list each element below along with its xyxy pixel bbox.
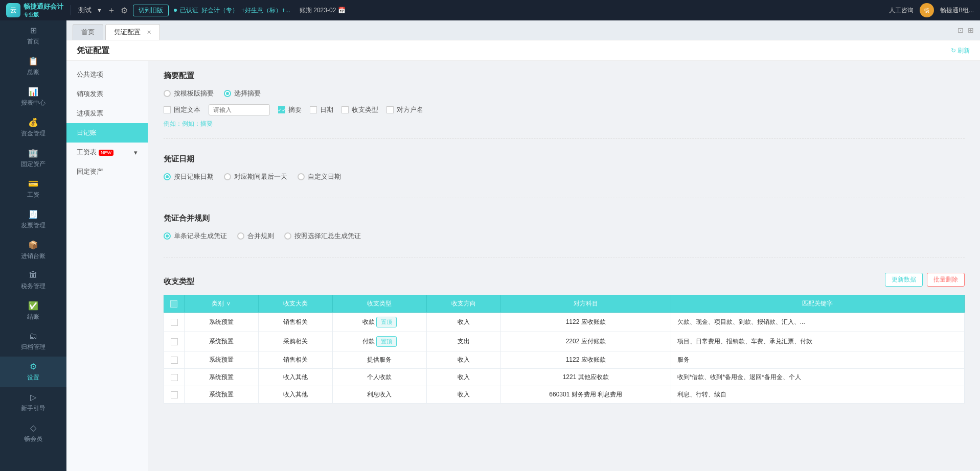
radio-custom-date[interactable]: 自定义日期 — [298, 172, 341, 181]
row-main-type: 销售相关 — [259, 351, 333, 369]
nav-item-sales-invoice[interactable]: 销项发票 — [66, 84, 148, 104]
batch-delete-button[interactable]: 批量删除 — [927, 273, 965, 287]
switch-version-button[interactable]: 切到旧版 — [133, 5, 169, 16]
row-direction: 收入 — [426, 313, 500, 332]
row-sub-type: 利息收入 — [333, 386, 426, 404]
pin-top-button[interactable]: 置顶 — [376, 336, 397, 347]
row-account: 1122 应收账款 — [500, 351, 671, 369]
select-all-checkbox[interactable] — [170, 300, 177, 308]
row-keywords: 欠款、现金、项目款、到款、报销款、汇入、... — [671, 313, 964, 332]
sidebar-item-archive[interactable]: 🗂 归档管理 — [0, 326, 66, 357]
nav-item-fixed-assets-sub[interactable]: 固定资产 — [66, 162, 148, 181]
sidebar-item-purchase[interactable]: 📦 进销台账 — [0, 235, 66, 266]
summary-radio-group: 按模板版摘要 选择摘要 — [164, 89, 965, 98]
update-data-button[interactable]: 更新数据 — [885, 273, 923, 287]
tab-home-label: 首页 — [81, 28, 95, 36]
radio-journal-date[interactable]: 按日记账日期 — [164, 172, 214, 181]
table-row: 系统预置 销售相关 收款 置顶 收入 1122 应收账款 欠款、现金、项目款、到… — [164, 313, 965, 332]
radio-summary-generate[interactable]: 按照选择汇总生成凭证 — [284, 231, 361, 241]
sidebar-item-settings[interactable]: ⚙ 设置 — [0, 357, 66, 387]
nav-item-journal[interactable]: 日记账 — [66, 123, 148, 143]
radio-merge-rule[interactable]: 合并规则 — [237, 231, 274, 241]
row-checkbox[interactable] — [164, 386, 185, 404]
table-header-row: 类别 ∨ 收支大类 收支类型 收支方向 对方科目 匹配关键字 — [164, 295, 965, 313]
good-business-label: +好生意（标）+... — [241, 6, 290, 15]
good-accounting-label: 好会计（专） — [201, 6, 238, 15]
merge-rules-radio-group: 单条记录生成凭证 合并规则 按照选择汇总生成凭证 — [164, 231, 965, 241]
left-nav: 公共选项 销项发票 进项发票 日记账 工资表NEW ▾ 固定资产 — [66, 61, 148, 471]
minimize-button[interactable]: ⊡ — [958, 26, 964, 34]
checkbox-income-type[interactable]: 收支类型 — [341, 105, 378, 114]
consult-label[interactable]: 人工咨询 — [889, 6, 914, 15]
close-tab-icon[interactable]: ✕ — [147, 29, 151, 35]
income-expense-section: 收支类型 更新数据 批量删除 类别 ∨ — [164, 273, 965, 404]
topbar-gear-icon[interactable]: ⚙ — [121, 6, 128, 15]
voucher-date-radio-group: 按日记账日期 对应期间最后一天 自定义日期 — [164, 172, 965, 181]
tax-icon: 🏛 — [29, 271, 37, 280]
row-checkbox[interactable] — [164, 332, 185, 351]
row-account: 1221 其他应收款 — [500, 369, 671, 386]
sidebar-item-label: 税务管理 — [21, 282, 45, 291]
page-header: 凭证配置 ↻ 刷新 — [66, 40, 980, 61]
radio-template-summary[interactable]: 按模板版摘要 — [164, 89, 214, 98]
home-icon: ⊞ — [30, 26, 37, 35]
sidebar-item-guide[interactable]: ▷ 新手引导 — [0, 387, 66, 418]
tab-voucher-config[interactable]: 凭证配置 ✕ — [105, 24, 160, 40]
sidebar-item-funds[interactable]: 💰 资金管理 — [0, 112, 66, 143]
sidebar-item-invoice[interactable]: 🧾 发票管理 — [0, 204, 66, 235]
maximize-button[interactable]: ⊞ — [968, 26, 974, 34]
radio-circle-select — [224, 90, 231, 97]
checkbox-fixed-text-box — [164, 106, 171, 113]
row-checkbox[interactable] — [164, 351, 185, 369]
nav-item-purchase-invoice[interactable]: 进项发票 — [66, 104, 148, 123]
fixed-text-input[interactable] — [209, 104, 270, 115]
th-keywords: 匹配关键字 — [671, 295, 964, 313]
radio-single-record[interactable]: 单条记录生成凭证 — [164, 231, 227, 241]
summary-config-section: 摘要配置 按模板版摘要 选择摘要 — [164, 71, 965, 139]
radio-select-summary[interactable]: 选择摘要 — [224, 89, 261, 98]
row-checkbox[interactable] — [164, 313, 185, 332]
refresh-icon: ↻ — [951, 47, 956, 54]
sidebar-item-fixed-assets[interactable]: 🏢 固定资产 — [0, 143, 66, 174]
merge-rules-title: 凭证合并规则 — [164, 214, 965, 223]
new-badge: NEW — [99, 150, 113, 156]
row-main-type: 采购相关 — [259, 332, 333, 351]
ledger-icon: 📋 — [28, 56, 38, 66]
sidebar-item-salary[interactable]: 💳 工资 — [0, 174, 66, 204]
th-account: 对方科目 — [500, 295, 671, 313]
sidebar-item-tax[interactable]: 🏛 税务管理 — [0, 266, 66, 296]
row-direction: 收入 — [426, 369, 500, 386]
nav-item-payroll[interactable]: 工资表NEW ▾ — [66, 143, 148, 162]
row-direction: 收入 — [426, 386, 500, 404]
user-name: 畅捷通B组... — [940, 6, 974, 15]
row-category: 系统预置 — [185, 386, 259, 404]
table-section-header: 收支类型 更新数据 批量删除 — [164, 273, 965, 291]
tab-home[interactable]: 首页 — [73, 24, 103, 40]
row-main-type: 收入其他 — [259, 369, 333, 386]
radio-circle-summary — [284, 232, 291, 240]
sidebar-item-home[interactable]: ⊞ 首页 — [0, 20, 66, 51]
checkbox-date[interactable]: 日期 — [310, 105, 333, 114]
checkbox-summary-box: ✓ — [278, 106, 285, 113]
content-area: 首页 凭证配置 ✕ ⊡ ⊞ 凭证配置 ↻ 刷新 公 — [66, 20, 980, 471]
tab-bar: 首页 凭证配置 ✕ — [66, 20, 951, 40]
content-body: 公共选项 销项发票 进项发票 日记账 工资表NEW ▾ 固定资产 摘要配置 — [66, 61, 980, 471]
tab-row: 首页 凭证配置 ✕ ⊡ ⊞ — [66, 20, 980, 40]
row-checkbox[interactable] — [164, 369, 185, 386]
sidebar-item-label: 首页 — [27, 37, 39, 46]
sidebar-item-ledger[interactable]: 📋 总账 — [0, 51, 66, 82]
logo: 云 畅捷通好会计 专业版 — [6, 2, 63, 18]
checkbox-fixed-text[interactable]: 固定文本 — [164, 105, 200, 114]
sidebar-item-reports[interactable]: 📊 报表中心 — [0, 82, 66, 112]
checkbox-counterparty[interactable]: 对方户名 — [386, 105, 423, 114]
sidebar-item-label: 发票管理 — [21, 221, 45, 230]
refresh-button[interactable]: ↻ 刷新 — [951, 46, 970, 55]
radio-circle-journal-date — [164, 173, 171, 180]
checkbox-summary[interactable]: ✓ 摘要 — [278, 105, 302, 114]
sidebar-item-member[interactable]: ◇ 畅会员 — [0, 418, 66, 449]
sidebar-item-close[interactable]: ✅ 结账 — [0, 296, 66, 326]
radio-period-last-day[interactable]: 对应期间最后一天 — [224, 172, 287, 181]
pin-top-button[interactable]: 置顶 — [376, 317, 397, 327]
topbar-add-button[interactable]: ＋ — [107, 5, 116, 16]
nav-item-public[interactable]: 公共选项 — [66, 65, 148, 84]
